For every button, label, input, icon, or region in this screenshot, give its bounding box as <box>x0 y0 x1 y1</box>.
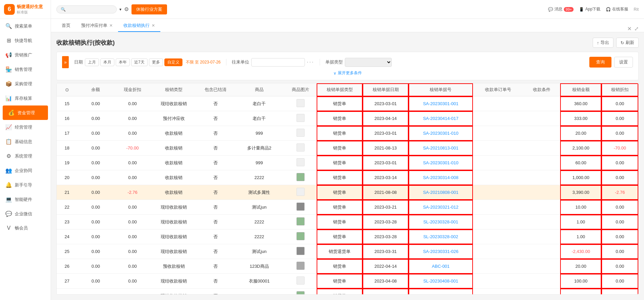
row-cancel-doc-no: SA-20230301-010 <box>409 156 473 170</box>
date-btn-this-month[interactable]: 本月 <box>100 58 114 66</box>
row-cancel-doc-type: 销货单 <box>317 259 363 274</box>
th-receipt-cond: 收款条件 <box>523 83 560 96</box>
cancel-no-link[interactable]: ABC-001 <box>432 264 450 269</box>
cancel-no-link[interactable]: SA-20230301-010 <box>423 131 459 136</box>
th-settings: ⊙ <box>57 83 77 96</box>
sidebar-item-guide[interactable]: 🔔 新手引导 <box>0 178 51 192</box>
expand-more-conditions[interactable]: ∨ 展开更多条件 <box>62 70 633 76</box>
sidebar-item-sales[interactable]: 🏪 销售管理 <box>0 62 51 77</box>
cancel-no-link[interactable]: SA-20230414-017 <box>423 116 459 121</box>
expand-collapse-button[interactable]: » <box>62 56 69 68</box>
notification-area[interactable]: 💬 消息 99+ <box>548 6 574 12</box>
cancel-no-link[interactable]: SA-20230301-010 <box>423 160 459 165</box>
settings-button[interactable]: 设置 <box>614 57 633 68</box>
row-cancel-doc-no: SA-20210813-001 <box>409 141 473 156</box>
row-num: 27 <box>57 274 77 289</box>
dropdown-arrow: ▾ <box>119 7 121 12</box>
table-row: 23 0.00 0.00 现结收款核销 否 2222 销货单 2023-03-2… <box>57 215 638 229</box>
sidebar-item-purchase[interactable]: 📦 采购管理 <box>0 77 51 91</box>
export-button[interactable]: ↑ 导出 <box>593 38 614 48</box>
tab-home[interactable]: 首页 <box>56 20 76 32</box>
cancel-no-link[interactable]: SA-20210813-001 <box>423 145 459 151</box>
sidebar-item-label: 销售管理 <box>15 67 32 73</box>
row-cancel-doc-type: 销货单 <box>317 156 363 170</box>
sidebar-item-finance[interactable]: 💰 资金管理 <box>3 105 48 120</box>
product-image <box>297 232 305 240</box>
topbar-dropdown[interactable]: ▾ <box>119 7 121 12</box>
topbar-left: 🔍 ▾ ⚙ 休验行业方案 <box>56 4 544 14</box>
table-row: 20 0.00 0.00 收款核销 否 2222 销货单 2023-03-14 … <box>57 170 638 185</box>
product-image <box>297 276 305 285</box>
table-row: 27 0.00 0.00 现结收款核销 否 衣服00001 销货单 2023-0… <box>57 274 638 289</box>
to-from-input[interactable] <box>251 58 305 67</box>
table-row: 17 0.00 0.00 收款核销 否 999 销货单 2023-03-01 S… <box>57 126 638 141</box>
row-cancel-doc-date: 2023-03-21 <box>363 200 409 215</box>
sidebar-item-marketing[interactable]: 📢 营销推广 <box>0 48 51 62</box>
sidebar-item-label: 企业微信 <box>15 211 32 217</box>
sidebar-item-search[interactable]: 🔍 搜索菜单 <box>0 19 51 33</box>
sidebar-item-basic[interactable]: 📋 基础信息 <box>0 134 51 149</box>
date-btn-this-year[interactable]: 本年 <box>116 58 130 66</box>
row-discount: 0.00 <box>114 244 151 259</box>
product-image <box>297 217 305 225</box>
row-cancel-amt: 60.00 <box>560 156 601 170</box>
app-download[interactable]: 📱 App下载 <box>579 6 600 12</box>
row-cancel-doc-date: 2021-08-13 <box>363 141 409 156</box>
row-cancel-amt: 3,390.00 <box>560 185 601 200</box>
sidebar-item-operations[interactable]: 📈 经营管理 <box>0 120 51 134</box>
sidebar-item-member[interactable]: V 畅会员 <box>0 221 51 235</box>
row-balance: 0.00 <box>77 289 114 295</box>
cancel-no-link[interactable]: SA-20230331-026 <box>423 249 459 254</box>
date-btn-last-month[interactable]: 上月 <box>85 58 99 66</box>
user-name[interactable]: Rit <box>634 7 639 12</box>
refresh-button[interactable]: ↻ 刷新 <box>616 38 639 48</box>
cancel-no-link[interactable]: SA-20210808-001 <box>423 190 459 195</box>
sidebar-item-system[interactable]: ⚙ 系统管理 <box>0 149 51 163</box>
maximize-icon[interactable]: ⤢ <box>634 26 639 32</box>
operations-icon: 📈 <box>5 124 12 130</box>
sidebar-item-wechat[interactable]: 💬 企业微信 <box>0 207 51 221</box>
row-num: 16 <box>57 111 77 126</box>
cancel-no-link[interactable]: SL-20230408-001 <box>423 278 458 284</box>
tab-home-label: 首页 <box>62 23 70 29</box>
cancel-no-link[interactable]: SA-20230314-008 <box>423 175 459 180</box>
query-button[interactable]: 查询 <box>589 57 611 68</box>
cancel-no-link[interactable]: SL-20230328-001 <box>423 219 458 224</box>
cancel-no-link[interactable]: SA-20230321-012 <box>423 205 459 210</box>
online-service[interactable]: 🎧 在线客服 <box>606 6 628 12</box>
row-goods-img <box>284 200 317 215</box>
row-receipt-cond <box>523 185 560 200</box>
tab-receipt-cancel[interactable]: 收款核销执行 ✕ <box>118 20 160 32</box>
th-receipt-order-no: 收款单订单号 <box>473 83 524 96</box>
date-btn-custom[interactable]: 自定义 <box>164 58 182 66</box>
tab-prepay[interactable]: 预付冲应付单 ✕ <box>76 20 118 32</box>
sidebar-item-hardware[interactable]: 💻 智能硬件 <box>0 192 51 207</box>
settings-icon[interactable]: ⚙ <box>124 6 129 12</box>
wechat-icon: 💬 <box>5 211 12 217</box>
row-include: 否 <box>197 170 234 185</box>
table-row: 22 0.00 0.00 现结收款核销 否 测试jun 销货单 2023-03-… <box>57 200 638 215</box>
sidebar: 6 畅捷通好生意 标准版 🔍 搜索菜单 ⊞ 快捷导航 📢 营销推广 🏪 销售管理… <box>0 0 51 300</box>
sidebar-item-label: 新手引导 <box>15 182 32 188</box>
column-settings-icon[interactable]: ⊙ <box>65 87 69 92</box>
date-btn-7days[interactable]: 近7天 <box>131 58 148 66</box>
row-cancel-doc-type: 销货单 <box>317 215 363 229</box>
sidebar-item-inventory[interactable]: 📊 库存核算 <box>0 91 51 105</box>
tab-receipt-close[interactable]: ✕ <box>152 23 155 28</box>
cancel-no-link[interactable]: SL-20230418-001 <box>423 293 458 295</box>
row-cancel-disc: 0.00 <box>601 126 638 141</box>
row-cancel-disc: 0.00 <box>601 244 638 259</box>
sidebar-item-quick-nav[interactable]: ⊞ 快捷导航 <box>0 33 51 48</box>
row-cancel-disc: 0.00 <box>601 274 638 289</box>
sidebar-item-enterprise[interactable]: 👥 企业协同 <box>0 163 51 178</box>
row-cancel-amt: 2,100.00 <box>560 141 601 156</box>
close-window-icon[interactable]: ✕ <box>627 26 632 32</box>
industry-solution-button[interactable]: 休验行业方案 <box>131 4 167 14</box>
row-include: 否 <box>197 141 234 156</box>
date-btn-more[interactable]: 更多 <box>149 58 163 66</box>
cancel-no-link[interactable]: SL-20230328-002 <box>423 234 458 239</box>
cancel-no-link[interactable]: SA-20230301-001 <box>423 101 459 106</box>
tab-prepay-close[interactable]: ✕ <box>109 23 113 28</box>
topbar-right: 💬 消息 99+ 📱 App下载 🎧 在线客服 Rit <box>548 6 639 12</box>
receipt-type-select[interactable] <box>345 58 392 67</box>
